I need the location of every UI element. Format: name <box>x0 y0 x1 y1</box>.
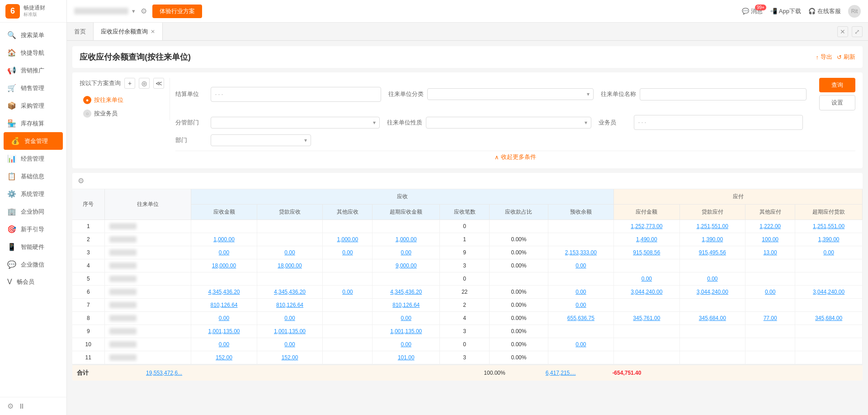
sidebar-item-system[interactable]: ⚙️ 系统管理 <box>0 185 66 203</box>
table-cell[interactable]: 18,000.00 <box>191 259 257 272</box>
table-cell[interactable]: 3,044,240.00 <box>795 286 863 299</box>
sidebar-item-wechat[interactable]: 💬 企业微信 <box>0 256 66 273</box>
table-cell[interactable]: 0.00 <box>373 312 440 325</box>
header-gear-icon[interactable]: ⚙ <box>141 7 147 15</box>
table-cell[interactable]: 1,251,551.00 <box>795 220 863 233</box>
table-cell[interactable]: 77.00 <box>745 312 795 325</box>
salesperson-input[interactable]: ··· <box>634 115 803 130</box>
table-cell[interactable]: 0.00 <box>548 299 613 312</box>
table-cell[interactable]: 0.00 <box>614 272 679 286</box>
message-action[interactable]: 💬 消息 99+ <box>742 7 763 15</box>
table-cell[interactable]: 0.00 <box>323 286 373 299</box>
table-cell[interactable]: 0.00 <box>191 312 257 325</box>
table-cell[interactable]: 0.00 <box>679 272 745 286</box>
table-cell[interactable]: 0.00 <box>191 246 257 259</box>
setting-button[interactable]: 设置 <box>819 95 855 110</box>
service-action[interactable]: 🎧 在线客服 <box>808 7 841 15</box>
table-cell[interactable]: 152.00 <box>191 351 257 364</box>
settlement-unit-input[interactable]: ··· <box>211 87 381 102</box>
tab-close-icon[interactable]: ✕ <box>151 29 155 35</box>
table-cell[interactable]: 915,495.56 <box>679 246 745 259</box>
sidebar-item-member[interactable]: V 畅会员 <box>0 273 66 291</box>
table-cell[interactable]: 345,684.00 <box>679 312 745 325</box>
table-cell[interactable]: 810,126.64 <box>191 299 257 312</box>
table-cell[interactable]: 4,345,436.20 <box>191 286 257 299</box>
collapse-footer-icon[interactable]: ⏸ <box>18 402 25 410</box>
tab-home[interactable]: 首页 <box>67 23 94 40</box>
table-cell[interactable]: 4,345,436.20 <box>257 286 322 299</box>
table-cell[interactable]: 1,000.00 <box>373 233 440 246</box>
table-cell[interactable]: 0.00 <box>373 338 440 351</box>
table-cell[interactable]: 0.00 <box>745 286 795 299</box>
footer-recv-amount[interactable]: 19,553,472,6... <box>131 370 197 376</box>
table-cell[interactable]: 1,001,135.00 <box>191 325 257 338</box>
tab-balance[interactable]: 应收应付余额查询 ✕ <box>94 23 163 40</box>
table-cell[interactable]: 1,000.00 <box>191 233 257 246</box>
query-option-by-staff[interactable]: ○ 按业务员 <box>80 107 164 120</box>
sidebar-item-search[interactable]: 🔍 搜索菜单 <box>0 26 66 44</box>
table-cell[interactable]: 0.00 <box>191 338 257 351</box>
table-cell[interactable]: 1,251,551.00 <box>679 220 745 233</box>
table-cell[interactable]: 152.00 <box>257 351 322 364</box>
table-cell[interactable]: 0.00 <box>373 246 440 259</box>
table-cell[interactable]: 1,390.00 <box>679 233 745 246</box>
sidebar-item-enterprise[interactable]: 🏢 企业协同 <box>0 203 66 220</box>
table-cell[interactable]: 1,001,135.00 <box>257 325 322 338</box>
table-cell[interactable]: 13.00 <box>745 246 795 259</box>
table-cell[interactable]: 0.00 <box>257 312 322 325</box>
dept-select[interactable]: ▾ <box>211 134 311 146</box>
header-dropdown[interactable]: ▾ <box>132 8 135 14</box>
table-cell[interactable]: 4,345,436.20 <box>373 286 440 299</box>
back-scheme-button[interactable]: ≪ <box>153 78 164 89</box>
table-cell[interactable]: 0.00 <box>548 338 613 351</box>
sidebar-item-marketing[interactable]: 📢 营销推广 <box>0 62 66 79</box>
table-cell[interactable]: 1,000.00 <box>323 233 373 246</box>
sidebar-item-basic[interactable]: 📋 基础信息 <box>0 167 66 185</box>
unit-name-input[interactable] <box>640 88 807 100</box>
table-cell[interactable]: 0.00 <box>257 338 322 351</box>
table-cell[interactable]: 345,761.00 <box>614 312 679 325</box>
sidebar-item-hardware[interactable]: 📱 智能硬件 <box>0 238 66 256</box>
export-button[interactable]: ↑ 导出 <box>816 53 833 61</box>
refresh-button[interactable]: ↺ 刷新 <box>837 53 855 61</box>
table-cell[interactable]: 0.00 <box>548 286 613 299</box>
table-cell[interactable]: 3,044,240.00 <box>679 286 745 299</box>
settings-footer-icon[interactable]: ⚙ <box>7 402 14 410</box>
sidebar-item-finance[interactable]: 💰 资金管理 <box>4 132 63 150</box>
user-avatar[interactable]: Rit <box>848 5 861 18</box>
table-cell[interactable]: 101.00 <box>373 351 440 364</box>
table-cell[interactable]: 0.00 <box>548 259 613 272</box>
table-cell[interactable]: 2,153,333.00 <box>548 246 613 259</box>
table-cell[interactable]: 100.00 <box>745 233 795 246</box>
table-cell[interactable]: 915,508.56 <box>614 246 679 259</box>
table-cell[interactable]: 1,490.00 <box>614 233 679 246</box>
table-cell[interactable]: 655,636.75 <box>548 312 613 325</box>
sidebar-item-guide[interactable]: 🎯 新手引导 <box>0 220 66 238</box>
table-cell[interactable]: 1,001,135.00 <box>373 325 440 338</box>
table-setting-icon[interactable]: ⚙ <box>78 176 84 185</box>
sidebar-item-operation[interactable]: 📊 经营管理 <box>0 150 66 167</box>
footer-prepaid[interactable]: 6,417,215.... <box>528 370 594 376</box>
table-cell[interactable]: 0.00 <box>323 246 373 259</box>
app-download-action[interactable]: 📲 App下载 <box>770 7 801 15</box>
table-cell[interactable]: 1,390.00 <box>795 233 863 246</box>
query-button[interactable]: 查询 <box>819 78 855 92</box>
unit-category-select[interactable]: ▾ <box>427 88 594 100</box>
sidebar-item-sales[interactable]: 🛒 销售管理 <box>0 79 66 97</box>
table-cell[interactable]: 18,000.00 <box>257 259 322 272</box>
table-cell[interactable]: 3,044,240.00 <box>614 286 679 299</box>
collapse-button[interactable]: ∧ 收起更多条件 <box>175 151 855 163</box>
sidebar-item-shortcut[interactable]: 🏠 快捷导航 <box>0 44 66 62</box>
table-cell[interactable]: 9,000.00 <box>373 259 440 272</box>
table-cell[interactable]: 0.00 <box>795 246 863 259</box>
sidebar-item-purchase[interactable]: 📦 采购管理 <box>0 97 66 114</box>
table-cell[interactable]: 1,222.00 <box>745 220 795 233</box>
dept-manage-select[interactable]: ▾ <box>211 117 380 129</box>
tab-maximize-button[interactable]: ⤢ <box>852 26 863 37</box>
tab-minimize-button[interactable]: ✕ <box>837 26 848 37</box>
target-scheme-button[interactable]: ◎ <box>139 78 150 89</box>
table-cell[interactable]: 345,684.00 <box>795 312 863 325</box>
unit-nature-select[interactable]: ▾ <box>426 117 591 129</box>
table-cell[interactable]: 810,126.64 <box>373 299 440 312</box>
industry-solution-button[interactable]: 体验行业方案 <box>152 5 202 18</box>
